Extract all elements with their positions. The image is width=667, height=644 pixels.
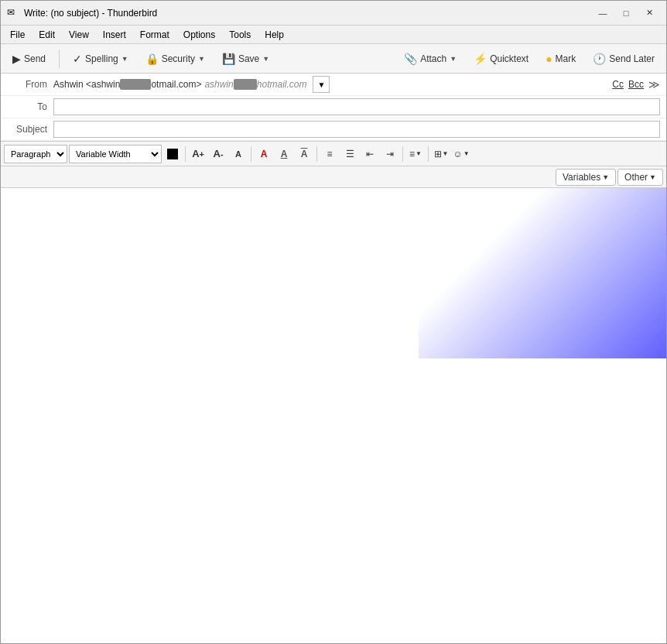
color-swatch bbox=[167, 149, 178, 159]
window-controls: — □ ✕ bbox=[592, 4, 660, 22]
insert-button[interactable]: ⊞▼ bbox=[432, 145, 450, 163]
mark-label: Mark bbox=[556, 53, 576, 64]
expand-headers-button[interactable]: ≫ bbox=[648, 78, 660, 91]
from-field: Ashwin <ashwin otmail.com> ashwin hotmai… bbox=[53, 76, 606, 93]
send-later-button[interactable]: 🕐 Send Later bbox=[586, 48, 662, 70]
reset-font-button[interactable]: A bbox=[229, 145, 248, 163]
title-bar-left: ✉ Write: (no subject) - Thunderbird bbox=[7, 7, 157, 19]
compose-gradient bbox=[419, 188, 666, 358]
menu-edit[interactable]: Edit bbox=[32, 28, 61, 42]
paragraph-style-select[interactable]: Paragraph bbox=[4, 145, 67, 163]
font-color-swatch-button[interactable] bbox=[163, 145, 182, 163]
font-color-button[interactable]: A bbox=[255, 145, 273, 163]
title-bar: ✉ Write: (no subject) - Thunderbird — □ … bbox=[1, 1, 666, 26]
numbered-list-button[interactable]: ☰ bbox=[340, 145, 359, 163]
font-bg-button[interactable]: A bbox=[275, 145, 293, 163]
compose-area[interactable] bbox=[1, 188, 666, 644]
to-label: To bbox=[7, 101, 53, 112]
format-sep-1 bbox=[185, 146, 186, 162]
menu-view[interactable]: View bbox=[63, 28, 95, 42]
variables-label: Variables bbox=[563, 172, 600, 183]
align-button[interactable]: ≡▼ bbox=[406, 145, 425, 163]
from-dropdown-button[interactable]: ▼ bbox=[313, 76, 330, 93]
quicktext-label: Quicktext bbox=[490, 53, 528, 64]
from-name: Ashwin <ashwin otmail.com> bbox=[53, 79, 201, 90]
send-label: Send bbox=[24, 53, 46, 64]
attach-icon: 📎 bbox=[404, 53, 417, 65]
bcc-button[interactable]: Bcc bbox=[628, 79, 644, 90]
menu-format[interactable]: Format bbox=[134, 28, 176, 42]
spelling-icon: ✓ bbox=[73, 53, 82, 65]
save-dropdown-arrow[interactable]: ▼ bbox=[262, 55, 269, 63]
subject-row: Subject bbox=[1, 118, 666, 141]
format-sep-4 bbox=[402, 146, 403, 162]
cc-button[interactable]: Cc bbox=[612, 79, 624, 90]
other-dropdown-arrow: ▼ bbox=[649, 173, 656, 181]
security-dropdown-arrow[interactable]: ▼ bbox=[198, 55, 205, 63]
menu-file[interactable]: File bbox=[4, 28, 31, 42]
toolbar-right: 📎 Attach ▼ ⚡ Quicktext ● Mark 🕐 Send Lat… bbox=[397, 48, 662, 70]
menu-tools[interactable]: Tools bbox=[223, 28, 257, 42]
outdent-button[interactable]: ⇤ bbox=[361, 145, 379, 163]
bullet-list-button[interactable]: ≡ bbox=[320, 145, 339, 163]
indent-button[interactable]: ⇥ bbox=[381, 145, 399, 163]
attach-button[interactable]: 📎 Attach ▼ bbox=[397, 48, 463, 70]
to-row: To bbox=[1, 96, 666, 118]
menu-options[interactable]: Options bbox=[177, 28, 221, 42]
maximize-button[interactable]: □ bbox=[615, 4, 637, 22]
format-sep-5 bbox=[428, 146, 429, 162]
attach-label: Attach bbox=[420, 53, 446, 64]
security-label: Security bbox=[162, 53, 195, 64]
security-button[interactable]: 🔒 Security ▼ bbox=[139, 48, 212, 70]
spelling-label: Spelling bbox=[85, 53, 118, 64]
spelling-dropdown-arrow[interactable]: ▼ bbox=[121, 55, 128, 63]
save-label: Save bbox=[238, 53, 259, 64]
window-title: Write: (no subject) - Thunderbird bbox=[24, 8, 157, 19]
send-later-label: Send Later bbox=[609, 53, 655, 64]
send-button[interactable]: ▶ Send bbox=[5, 48, 53, 70]
minimize-button[interactable]: — bbox=[592, 4, 614, 22]
main-toolbar: ▶ Send ✓ Spelling ▼ 🔒 Security ▼ 💾 Save … bbox=[1, 44, 666, 74]
save-button[interactable]: 💾 Save ▼ bbox=[215, 48, 276, 70]
send-later-icon: 🕐 bbox=[593, 53, 606, 65]
security-icon: 🔒 bbox=[145, 53, 159, 65]
other-label: Other bbox=[624, 172, 648, 183]
from-row: From Ashwin <ashwin otmail.com> ashwin h… bbox=[1, 74, 666, 96]
quicktext-icon: ⚡ bbox=[474, 53, 487, 65]
format-sep-3 bbox=[316, 146, 317, 162]
menu-bar: File Edit View Insert Format Options Too… bbox=[1, 26, 666, 44]
format-toolbar: Paragraph Variable Width A+ A- A A A A ≡… bbox=[1, 142, 666, 166]
subject-label: Subject bbox=[7, 124, 53, 135]
decrease-font-button[interactable]: A- bbox=[209, 145, 227, 163]
close-button[interactable]: ✕ bbox=[638, 4, 660, 22]
font-underline-button[interactable]: A bbox=[295, 145, 313, 163]
variables-bar: Variables ▼ Other ▼ bbox=[1, 166, 666, 188]
mark-icon: ● bbox=[546, 53, 552, 65]
emoji-button[interactable]: ☺▼ bbox=[452, 145, 470, 163]
app-icon: ✉ bbox=[7, 7, 19, 19]
other-button[interactable]: Other ▼ bbox=[617, 169, 663, 186]
format-sep-2 bbox=[251, 146, 251, 162]
spelling-button[interactable]: ✓ Spelling ▼ bbox=[66, 48, 135, 70]
increase-font-button[interactable]: A+ bbox=[189, 145, 207, 163]
subject-input[interactable] bbox=[53, 121, 660, 138]
menu-help[interactable]: Help bbox=[258, 28, 290, 42]
from-label: From bbox=[7, 79, 53, 90]
attach-dropdown-arrow[interactable]: ▼ bbox=[450, 55, 457, 63]
variables-dropdown-arrow: ▼ bbox=[602, 173, 609, 181]
variables-button[interactable]: Variables ▼ bbox=[556, 169, 616, 186]
cc-bcc-area: Cc Bcc ≫ bbox=[612, 78, 660, 91]
to-input[interactable] bbox=[53, 98, 660, 115]
save-icon: 💾 bbox=[222, 53, 235, 65]
send-icon: ▶ bbox=[12, 53, 21, 65]
menu-insert[interactable]: Insert bbox=[97, 28, 132, 42]
toolbar-separator-1 bbox=[59, 50, 60, 68]
from-alias: ashwin hotmail.com bbox=[204, 79, 306, 90]
quicktext-button[interactable]: ⚡ Quicktext bbox=[467, 48, 535, 70]
mark-button[interactable]: ● Mark bbox=[539, 48, 583, 70]
header-fields: From Ashwin <ashwin otmail.com> ashwin h… bbox=[1, 74, 666, 142]
font-select[interactable]: Variable Width bbox=[69, 145, 162, 163]
main-content: File Edit View Insert Format Options Too… bbox=[1, 26, 666, 644]
